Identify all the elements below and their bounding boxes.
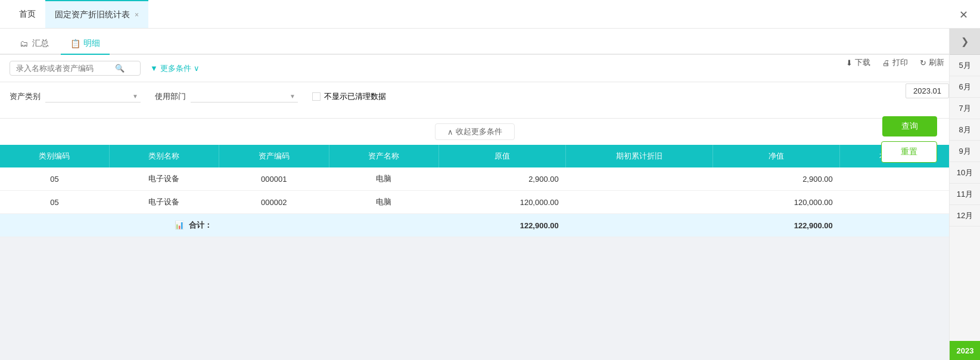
total-current-depreciation [840,214,949,237]
row1-category-code: 05 [0,167,109,191]
table-body: 05 电子设备 000001 电脑 2,900.00 2,900.00 05 电… [0,167,949,237]
search-icon: 🔍 [115,64,125,73]
total-accumulated-depreciation [566,214,713,237]
filter-icon: ▼ [150,64,158,73]
tab-detail-label: 明细 [83,38,100,49]
row2-original-value: 120,000.00 [438,191,565,214]
filter-row: 资产类别 ▼ 使用部门 ▼ 不显示已清理数据 [10,91,939,103]
sidebar-month-12[interactable]: 12月 [950,205,980,226]
search-input-wrap[interactable]: 🔍 [10,61,141,76]
fixed-assets-tab[interactable]: 固定资产折旧统计表 × [45,0,148,28]
hide-cleared-checkbox[interactable]: 不显示已清理数据 [312,91,386,102]
date-display-value: 2023.01 [913,86,941,95]
table-row: 05 电子设备 000002 电脑 120,000.00 120,000.00 [0,191,949,214]
search-input[interactable] [16,64,111,73]
header-row: 类别编码 类别名称 资产编码 资产名称 原值 期初累计折旧 净值 本期计提 [0,145,949,167]
total-label: 合计： [189,221,212,229]
department-arrow: ▼ [290,93,295,100]
refresh-icon: ↻ [920,58,926,67]
department-select[interactable]: ▼ [191,91,298,103]
top-nav: 首页 固定资产折旧统计表 × ✕ [0,0,980,29]
month-8-label: 8月 [959,125,970,135]
total-empty2 [329,214,438,237]
main-content: 🗂 汇总 📋 明细 ⬇ 下载 🖨 打印 ↻ 刷新 🔍 [0,29,949,119]
month-11-label: 11月 [957,189,973,200]
col-category-code: 类别编码 [0,145,109,167]
more-conditions-label: 更多条件 [160,63,191,74]
collapse-label: 收起更多条件 [456,126,502,137]
row2-category-name: 电子设备 [109,191,219,214]
row1-current-depreciation [840,167,949,191]
print-button[interactable]: 🖨 打印 [882,57,908,68]
month-6-label: 6月 [959,82,970,92]
tab-summary-label: 汇总 [32,38,49,49]
download-icon: ⬇ [846,58,853,67]
reset-button[interactable]: 重置 [881,141,937,163]
col-net-value: 净值 [713,145,839,167]
month-9-label: 9月 [959,146,970,157]
sidebar-month-5[interactable]: 5月 [950,55,980,76]
tab-summary[interactable]: 🗂 汇总 [10,33,58,55]
download-button[interactable]: ⬇ 下载 [846,57,870,68]
sidebar-month-10[interactable]: 10月 [950,162,980,184]
date-display: 2023.01 [906,83,949,98]
col-original-value: 原值 [438,145,565,167]
download-label: 下载 [855,57,870,68]
print-icon: 🖨 [882,58,890,67]
search-bar: 🔍 ▼ 更多条件 ∨ [0,55,949,82]
row1-original-value: 2,900.00 [438,167,565,191]
toolbar-right: ⬇ 下载 🖨 打印 ↻ 刷新 [846,57,944,68]
arrow-icon: ❯ [961,36,969,47]
filter-section: 资产类别 ▼ 使用部门 ▼ 不显示已清理数据 [0,82,949,119]
tab-bar: 🗂 汇总 📋 明细 ⬇ 下载 🖨 打印 ↻ 刷新 [0,29,949,55]
collapse-bar: ∧ 收起更多条件 [0,119,949,145]
row2-category-code: 05 [0,191,109,214]
sidebar-month-7[interactable]: 7月 [950,98,980,119]
row2-net-value: 120,000.00 [713,191,839,214]
more-conditions-button[interactable]: ▼ 更多条件 ∨ [150,63,200,74]
row1-asset-code: 000001 [219,167,329,191]
tab-detail[interactable]: 📋 明细 [61,33,110,55]
chevron-down-icon: ∨ [194,64,200,73]
tab-close-icon[interactable]: × [135,11,139,19]
tab-title: 固定资产折旧统计表 [55,10,130,20]
row1-asset-name: 电脑 [329,167,438,191]
list-icon: 📋 [70,39,80,48]
year-badge[interactable]: 2023 [950,341,980,360]
total-net-value: 122,900.00 [713,214,839,237]
row1-accumulated-depreciation [566,167,713,191]
row1-net-value: 2,900.00 [713,167,839,191]
query-button[interactable]: 查询 [882,116,937,136]
sidebar-month-8[interactable]: 8月 [950,119,980,141]
refresh-button[interactable]: ↻ 刷新 [920,57,944,68]
print-label: 打印 [892,57,908,68]
department-label: 使用部门 [155,91,186,102]
sidebar-month-11[interactable]: 11月 [950,184,980,205]
month-12-label: 12月 [957,210,973,221]
collapse-icon: ∧ [447,128,453,136]
sidebar-month-9[interactable]: 9月 [950,141,980,162]
filter-actions: 查询 重置 [881,116,937,163]
month-10-label: 10月 [957,167,973,178]
row2-asset-code: 000002 [219,191,329,214]
asset-category-label: 资产类别 [10,91,41,102]
col-asset-code: 资产编码 [219,145,329,167]
row2-current-depreciation [840,191,949,214]
right-sidebar: ❯ 5月 6月 7月 8月 9月 10月 11月 12月 2023 [949,29,980,360]
month-5-label: 5月 [959,60,970,71]
sidebar-expand-button[interactable]: ❯ [950,29,980,55]
table-row: 05 电子设备 000001 电脑 2,900.00 2,900.00 [0,167,949,191]
sidebar-month-6[interactable]: 6月 [950,76,980,98]
col-accumulated-depreciation: 期初累计折旧 [566,145,713,167]
collapse-button[interactable]: ∧ 收起更多条件 [435,123,515,140]
asset-category-select[interactable]: ▼ [45,91,141,103]
table-header: 类别编码 类别名称 资产编码 资产名称 原值 期初累计折旧 净值 本期计提 [0,145,949,167]
row2-asset-name: 电脑 [329,191,438,214]
home-tab[interactable]: 首页 [10,0,45,28]
total-icon-symbol: 📊 [175,221,184,229]
checkbox-box[interactable] [312,92,321,101]
window-close-button[interactable]: ✕ [959,8,968,21]
hide-cleared-label: 不显示已清理数据 [324,91,386,102]
layers-icon: 🗂 [19,39,29,48]
asset-category-value [48,92,50,101]
